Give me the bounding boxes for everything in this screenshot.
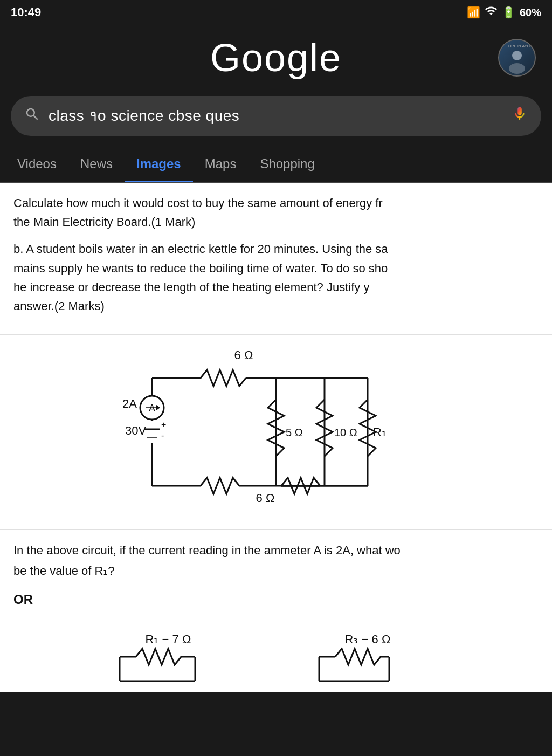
question-b-line4: answer.(2 Marks): [13, 299, 105, 313]
search-icon: [24, 106, 40, 126]
profile-avatar[interactable]: EE FIRE PLAYER: [498, 39, 536, 77]
svg-text:+: +: [161, 420, 166, 429]
svg-text:R₁ − 7 Ω: R₁ − 7 Ω: [146, 633, 191, 646]
avatar-label: EE FIRE PLAYER: [502, 44, 532, 49]
nav-tabs: Videos News Images Maps Shopping: [0, 147, 552, 183]
lower-text-line2: be the value of R₁?: [13, 561, 539, 581]
svg-text:10 Ω: 10 Ω: [334, 427, 357, 438]
question-b: b. A student boils water in an electric …: [13, 239, 539, 315]
google-logo: Google: [210, 36, 342, 80]
question-b-line3: he increase or decrease the length of th…: [13, 280, 369, 294]
or-label: OR: [13, 589, 539, 611]
content-area: Calculate how much it would cost to buy …: [0, 183, 552, 692]
search-bar[interactable]: class १o science cbse ques: [11, 96, 541, 136]
svg-text:30V: 30V: [125, 424, 146, 437]
svg-text:2A: 2A: [122, 397, 137, 410]
status-time: 10:49: [11, 5, 41, 19]
tab-news[interactable]: News: [68, 147, 125, 183]
svg-point-1: [509, 63, 525, 74]
svg-point-0: [512, 51, 522, 60]
tab-maps[interactable]: Maps: [193, 147, 249, 183]
battery-percent: 60%: [520, 6, 541, 19]
google-header: Google EE FIRE PLAYER: [0, 25, 552, 91]
svg-text:-: -: [161, 431, 164, 440]
lower-text: In the above circuit, if the current rea…: [0, 530, 552, 622]
wifi-icon: [485, 4, 498, 20]
r1-r3-circuit: R₁ − 7 Ω R₃ − 6 Ω: [0, 622, 552, 692]
tab-videos[interactable]: Videos: [5, 147, 68, 183]
svg-text:A: A: [149, 403, 155, 414]
question-a: Calculate how much it would cost to buy …: [13, 194, 539, 231]
question-text-block: Calculate how much it would cost to buy …: [0, 183, 552, 335]
circuit-diagram: 6 Ω 6 Ω: [0, 335, 552, 530]
question-b-line1: b. A student boils water in an electric …: [13, 242, 388, 256]
svg-text:R₃ − 6 Ω: R₃ − 6 Ω: [345, 633, 391, 646]
question-a-line1: Calculate how much it would cost to buy …: [13, 196, 383, 210]
battery-icon: 🔋: [502, 6, 515, 19]
tab-images[interactable]: Images: [125, 147, 193, 183]
question-a-line2: the Main Electricity Board.(1 Mark): [13, 215, 195, 229]
status-icons: 📶 🔋 60%: [467, 4, 541, 20]
signal-icon: 📶: [467, 6, 480, 19]
question-b-line2: mains supply he wants to reduce the boil…: [13, 262, 388, 275]
status-bar: 10:49 📶 🔋 60%: [0, 0, 552, 25]
svg-text:6 Ω: 6 Ω: [256, 491, 275, 505]
mic-icon[interactable]: [512, 106, 528, 126]
tab-shopping[interactable]: Shopping: [248, 147, 326, 183]
lower-text-line1: In the above circuit, if the current rea…: [13, 540, 539, 560]
search-query[interactable]: class १o science cbse ques: [49, 107, 503, 125]
svg-text:6 Ω: 6 Ω: [234, 348, 253, 362]
search-bar-container: class १o science cbse ques: [0, 91, 552, 147]
svg-text:5 Ω: 5 Ω: [286, 427, 303, 438]
